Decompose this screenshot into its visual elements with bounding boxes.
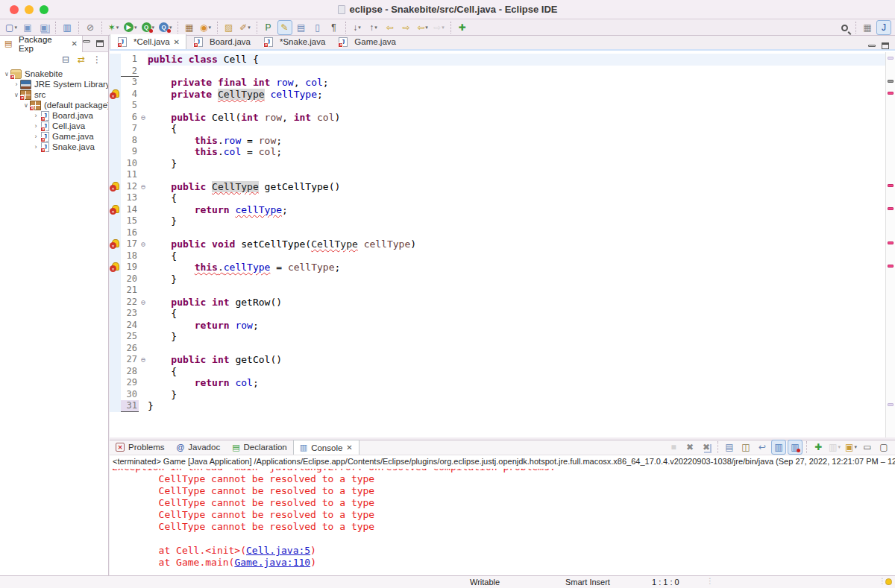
open-console-new-icon[interactable]: ▣▾ (844, 440, 858, 455)
search-flashlight-icon-dropdown-arrow[interactable]: ▾ (248, 25, 251, 31)
code-line[interactable]: 8 this.row = row; (110, 135, 885, 147)
line-number[interactable]: 7 (121, 123, 139, 135)
line-number[interactable]: 11 (121, 169, 139, 181)
pin-console-icon[interactable]: ✚ (811, 440, 826, 455)
code-text[interactable]: this.col = col; (148, 146, 885, 158)
new-wizard-icon[interactable]: ▢▾ (4, 20, 19, 35)
code-text[interactable]: { (148, 308, 885, 320)
code-line[interactable]: 23 { (110, 308, 885, 320)
code-line[interactable]: 11 (110, 169, 885, 181)
back-icon-dropdown-arrow[interactable]: ▾ (425, 25, 428, 31)
line-number[interactable]: 30 (121, 389, 139, 401)
display-console-icon[interactable]: ▥▾ (827, 440, 842, 455)
code-text[interactable] (148, 100, 885, 112)
code-line[interactable]: 1public class Cell { (110, 54, 885, 66)
code-text[interactable]: public int getCol() (148, 354, 885, 366)
editor-tab-cell-java[interactable]: ✕*Cell.java✕ (110, 34, 186, 49)
code-line[interactable]: 14 return cellType; (110, 204, 885, 216)
code-text[interactable]: { (148, 192, 885, 204)
code-text[interactable] (148, 66, 885, 78)
overview-ruler[interactable] (885, 52, 895, 437)
code-text[interactable]: { (148, 250, 885, 262)
link-with-editor-icon[interactable]: ⇄ (75, 54, 87, 66)
line-number[interactable]: 22 (121, 297, 139, 309)
line-number[interactable]: 19 (121, 262, 139, 274)
forward-icon[interactable]: ⇨▾ (432, 20, 447, 35)
code-line[interactable]: 15 } (110, 215, 885, 227)
word-wrap-icon[interactable]: ↩ (755, 440, 770, 455)
show-source-icon[interactable]: ▤ (294, 20, 309, 35)
remove-launch-icon[interactable]: ✖ (682, 440, 697, 455)
new-java-class-icon-dropdown-arrow[interactable]: ▾ (209, 25, 212, 31)
previous-annotation-icon[interactable]: ↑▾ (366, 20, 381, 35)
occurrence-marker[interactable] (888, 403, 894, 406)
line-number[interactable]: 23 (121, 308, 139, 320)
maximize-icon[interactable]: ▢ (876, 440, 891, 455)
minimize-view-button[interactable] (83, 40, 90, 42)
code-line[interactable]: 12⊖ public CellType getCellType() (110, 181, 885, 193)
forward-icon-dropdown-arrow[interactable]: ▾ (442, 25, 445, 31)
tab-console[interactable]: ▥Console✕ (293, 440, 359, 455)
open-perspective-icon[interactable]: ▦ (860, 20, 875, 35)
save-icon[interactable]: ▣ (20, 20, 35, 35)
code-text[interactable]: private final int row, col; (148, 77, 885, 89)
pin-editor-icon[interactable]: ✚ (455, 20, 470, 35)
line-number[interactable]: 4 (121, 89, 139, 101)
code-text[interactable]: } (148, 400, 885, 412)
fold-collapse-icon[interactable]: ⊖ (139, 183, 148, 191)
code-text[interactable]: private CellType cellType; (148, 89, 885, 101)
close-view-icon[interactable]: ✕ (72, 39, 78, 48)
code-line[interactable]: 24 return row; (110, 320, 885, 332)
line-number[interactable]: 12 (121, 181, 139, 193)
fold-collapse-icon[interactable]: ⊖ (139, 240, 148, 248)
error-marker[interactable] (888, 184, 894, 187)
editor-body[interactable]: 1public class Cell {23 private final int… (110, 52, 895, 437)
error-lightbulb-icon[interactable] (110, 239, 119, 249)
error-marker[interactable] (888, 207, 894, 210)
code-text[interactable]: { (148, 366, 885, 378)
line-number[interactable]: 20 (121, 274, 139, 285)
tree-item-game-java[interactable]: ›✕Game.java (0, 131, 108, 142)
code-text[interactable]: this.row = row; (148, 135, 885, 147)
clear-console-icon[interactable]: ▤ (722, 440, 737, 455)
tree-item-board-java[interactable]: ›✕Board.java (0, 110, 108, 121)
code-line[interactable]: 31} (110, 400, 885, 412)
code-line[interactable]: 13 { (110, 192, 885, 204)
code-line[interactable]: 29 return col; (110, 377, 885, 389)
line-number[interactable]: 6 (121, 112, 139, 124)
code-text[interactable]: } (148, 158, 885, 170)
line-number[interactable]: 18 (121, 250, 139, 262)
code-area[interactable]: 1public class Cell {23 private final int… (110, 54, 885, 412)
code-text[interactable]: } (148, 331, 885, 343)
code-text[interactable]: public class Cell { (148, 54, 885, 66)
error-marker[interactable] (888, 241, 894, 244)
code-text[interactable] (148, 227, 885, 239)
line-number[interactable]: 21 (121, 285, 139, 297)
code-line[interactable]: 2 (110, 66, 885, 78)
console-output[interactable]: Exception in thread "main" java.lang.Err… (110, 469, 895, 575)
tag-p-icon[interactable]: P (261, 20, 276, 35)
open-type-icon[interactable]: ▨ (222, 20, 236, 35)
line-number[interactable]: 29 (121, 377, 139, 389)
fold-collapse-icon[interactable]: ⊖ (139, 113, 148, 121)
open-console-view-icon[interactable]: ▥ (60, 20, 75, 35)
minimize-editor-button[interactable] (868, 45, 876, 47)
code-text[interactable]: return row; (148, 320, 885, 332)
save-all-icon[interactable]: ▣ (37, 20, 51, 35)
tab-declaration[interactable]: ▤Declaration (226, 440, 293, 455)
maximize-view-button[interactable] (96, 40, 104, 47)
scroll-lock-icon[interactable]: ◫ (738, 440, 753, 455)
chevron-right-icon[interactable]: › (13, 80, 20, 88)
fold-collapse-icon[interactable]: ⊖ (139, 298, 148, 306)
code-text[interactable]: { (148, 123, 885, 135)
fold-collapse-icon[interactable]: ⊖ (139, 355, 148, 364)
error-lightbulb-icon[interactable] (110, 262, 119, 272)
new-java-project-icon[interactable]: ▦ (182, 20, 197, 35)
line-number[interactable]: 16 (121, 227, 139, 239)
error-marker[interactable] (888, 92, 894, 95)
code-line[interactable]: 21 (110, 285, 885, 297)
coverage-icon[interactable]: Q▾ (140, 20, 157, 35)
run-icon-dropdown-arrow[interactable]: ▾ (134, 25, 137, 31)
stack-trace-link[interactable]: Game.java:110 (234, 557, 310, 568)
code-text[interactable]: public CellType getCellType() (148, 181, 885, 193)
